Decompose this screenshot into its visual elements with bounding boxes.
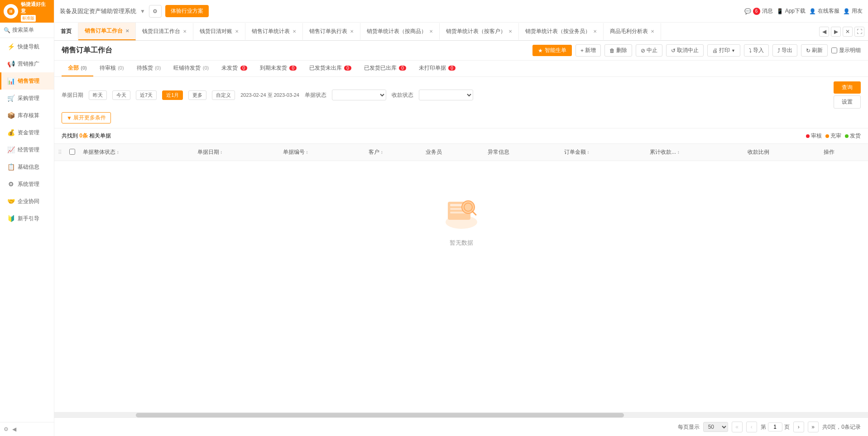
sub-tab-shipped-not-out[interactable]: 已发货未出库 0 — [303, 61, 358, 76]
date-btn-yesterday[interactable]: 昨天 — [89, 90, 107, 100]
query-btn[interactable]: 查询 — [834, 81, 861, 94]
tab-close-icon[interactable]: ✕ — [235, 29, 239, 34]
add-btn[interactable]: + 新增 — [575, 44, 601, 57]
settings-btn[interactable]: ⚙ — [149, 5, 162, 18]
sort-icon: ↕ — [219, 150, 223, 155]
sidebar-item-basic[interactable]: 📋 基础信息 — [0, 158, 54, 175]
tab-cash-reconcile[interactable]: 钱货日清对账 ✕ — [193, 23, 245, 40]
th-amount[interactable]: 订单金额 ↕ — [561, 144, 646, 161]
sub-tabbar: 全部 (0) 待审核 (0) 待拣货 (0) 旺铺待发货 (0) 未发货 0 到… — [54, 61, 868, 77]
show-detail-input[interactable] — [831, 47, 837, 53]
collapse-icon[interactable]: ◀ — [12, 426, 16, 432]
sub-tab-not-printed[interactable]: 未打印单据 0 — [412, 61, 462, 76]
tab-nav-prev[interactable]: ◀ — [819, 27, 829, 37]
topbar-dropdown-icon[interactable]: ▼ — [140, 8, 145, 14]
sidebar-item-label: 采购管理 — [18, 95, 39, 102]
delete-btn[interactable]: 🗑 删除 — [604, 44, 632, 57]
sidebar-item-operation[interactable]: 📈 经营管理 — [0, 141, 54, 158]
tab-sales-by-customer[interactable]: 销货单统计表（按客户） ✕ — [440, 23, 519, 40]
tab-cash-daily[interactable]: 钱货日清工作台 ✕ — [136, 23, 193, 40]
set-btn[interactable]: 设置 — [834, 95, 861, 109]
tab-close-icon[interactable]: ✕ — [651, 29, 654, 34]
sub-tab-all[interactable]: 全部 (0) — [62, 61, 93, 76]
show-detail-checkbox[interactable]: 显示明细 — [831, 47, 861, 54]
date-btn-today[interactable]: 今天 — [112, 90, 130, 100]
th-check[interactable] — [66, 144, 79, 161]
app-download-btn[interactable]: 📱 App下载 — [777, 7, 806, 15]
sub-tab-label: 已发货已出库 — [364, 65, 397, 71]
th-status[interactable]: 单据整体状态 ↕ — [79, 144, 194, 161]
page-first-btn[interactable]: « — [732, 422, 743, 432]
tab-sales-by-product[interactable]: 销货单统计表（按商品） ✕ — [360, 23, 440, 40]
page-prev-btn[interactable]: ‹ — [746, 422, 757, 432]
sub-tab-pending-inspect[interactable]: 待拣货 (0) — [130, 61, 168, 76]
tab-close-icon[interactable]: ✕ — [593, 29, 597, 34]
sub-tab-shipped-out[interactable]: 已发货已出库 0 — [358, 61, 412, 76]
tab-nav-next[interactable]: ▶ — [831, 27, 841, 37]
print-btn[interactable]: 🖨 打印 ▼ — [707, 44, 740, 57]
tab-close-icon[interactable]: ✕ — [125, 28, 129, 33]
sidebar-item-quick-nav[interactable]: ⚡ 快捷导航 — [0, 38, 54, 55]
ship-action-btn[interactable]: 发货 — [845, 132, 861, 140]
sidebar-item-collab[interactable]: 🤝 企业协同 — [0, 193, 54, 210]
stop-btn[interactable]: ⊘ 中止 — [636, 44, 662, 57]
cancel-review-action-btn[interactable]: 充审 — [825, 132, 841, 140]
sidebar-item-system[interactable]: ⚙ 系统管理 — [0, 175, 54, 193]
date-btn-1month[interactable]: 近1月 — [162, 90, 183, 100]
th-date[interactable]: 单据日期 ↕ — [194, 144, 279, 161]
search-menu[interactable]: 🔍 搜索菜单 — [0, 23, 54, 38]
smart-generate-btn[interactable]: ★ 智能生单 — [532, 45, 572, 56]
sidebar-item-sales[interactable]: 📊 销售管理 — [0, 72, 54, 90]
tab-home[interactable]: 首页 — [54, 23, 78, 40]
date-btn-more[interactable]: 更多 — [188, 90, 206, 100]
th-number[interactable]: 单据编号 ↕ — [279, 144, 365, 161]
tab-sales-by-staff[interactable]: 销货单统计表（按业务员） ✕ — [519, 23, 604, 40]
sub-tab-overdue[interactable]: 到期未发货 0 — [254, 61, 303, 76]
sidebar-item-marketing[interactable]: 📢 营销推广 — [0, 55, 54, 72]
sub-tab-pending-review[interactable]: 待审核 (0) — [93, 61, 130, 76]
table-scrollbar[interactable] — [54, 412, 868, 417]
export-btn[interactable]: ⤴ 导出 — [772, 44, 797, 57]
tab-sales-exec[interactable]: 销售订单执行表 ✕ — [303, 23, 360, 40]
review-action-btn[interactable]: 审核 — [806, 132, 822, 140]
page-next-btn[interactable]: › — [793, 422, 804, 432]
sidebar-item-guide[interactable]: 🔰 新手引导 — [0, 210, 54, 227]
user-btn[interactable]: 👤 用友 — [843, 7, 863, 15]
tab-close-icon[interactable]: ✕ — [429, 29, 433, 34]
page-last-btn[interactable]: » — [808, 422, 819, 432]
status-select[interactable] — [332, 90, 386, 100]
message-btn[interactable]: 💬 6 消息 — [744, 7, 773, 15]
tab-sales-stats[interactable]: 销售订单统计表 ✕ — [245, 23, 303, 40]
import-btn[interactable]: ⤵ 导入 — [744, 44, 769, 57]
online-service-btn[interactable]: 👤 在线客服 — [809, 7, 839, 15]
payment-select[interactable] — [419, 90, 473, 100]
trial-btn[interactable]: 体验行业方案 — [165, 5, 209, 17]
tab-sales-workbench[interactable]: 销售订单工作台 ✕ — [78, 23, 136, 40]
th-customer[interactable]: 客户 ↕ — [365, 144, 422, 161]
refresh-btn[interactable]: ↻ 刷新 — [801, 44, 828, 57]
select-all-checkbox[interactable] — [69, 149, 75, 155]
date-btn-7days[interactable]: 近7天 — [136, 90, 157, 100]
tab-nav-maximize[interactable]: ⛶ — [854, 27, 864, 37]
date-btn-custom[interactable]: 自定义 — [212, 90, 235, 100]
tab-close-icon[interactable]: ✕ — [508, 29, 512, 34]
tab-label: 销货单统计表（按商品） — [367, 28, 427, 35]
scrollbar-thumb[interactable] — [136, 413, 624, 417]
tab-close-icon[interactable]: ✕ — [293, 29, 296, 34]
sub-tab-wangpu[interactable]: 旺铺待发货 (0) — [167, 61, 215, 76]
cancel-stop-btn[interactable]: ↺ 取消中止 — [666, 44, 704, 57]
tab-home-label: 首页 — [61, 28, 72, 35]
sidebar-item-purchase[interactable]: 🛒 采购管理 — [0, 90, 54, 107]
sidebar-item-finance[interactable]: 💰 资金管理 — [0, 124, 54, 141]
expand-filter-btn[interactable]: ▼ 展开更多条件 — [62, 112, 111, 123]
settings-icon[interactable]: ⚙ — [4, 426, 9, 432]
th-collected[interactable]: 累计收款... ↕ — [646, 144, 744, 161]
sub-tab-not-shipped[interactable]: 未发货 0 — [215, 61, 254, 76]
tab-close-icon[interactable]: ✕ — [183, 29, 187, 34]
page-size-select[interactable]: 50 20 100 — [703, 422, 728, 432]
sidebar-item-inventory[interactable]: 📦 库存核算 — [0, 107, 54, 124]
page-number-input[interactable] — [768, 422, 782, 431]
tab-product-margin[interactable]: 商品毛利分析表 ✕ — [604, 23, 661, 40]
tab-close-icon[interactable]: ✕ — [350, 29, 354, 34]
tab-nav-close-all[interactable]: ✕ — [843, 27, 853, 37]
